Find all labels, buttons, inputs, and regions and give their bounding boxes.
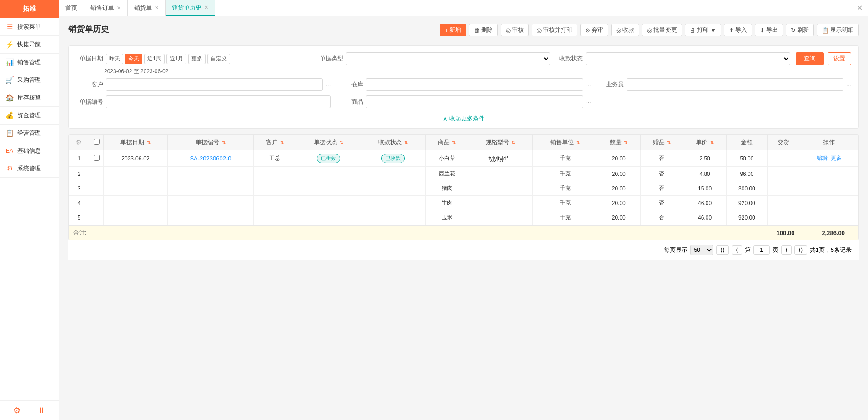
inventory-icon: 🏠	[5, 94, 14, 102]
print-button[interactable]: 🖨 打印 ▼	[685, 24, 721, 36]
cell-checkbox[interactable]	[90, 181, 103, 196]
col-payment-status[interactable]: 收款状态 ⇅	[361, 135, 426, 150]
cell-checkbox[interactable]	[90, 196, 103, 210]
tab-sales-history-close[interactable]: ✕	[204, 5, 208, 10]
table-row: 2 西兰花 千克 20.00 否 4.80 96.00	[69, 167, 858, 181]
sort-icon: ⇅	[710, 140, 714, 145]
col-qty[interactable]: 数量 ⇅	[597, 135, 640, 150]
warehouse-input[interactable]	[366, 78, 583, 91]
warehouse-dots-icon[interactable]: ···	[586, 81, 591, 88]
export-button[interactable]: ⬇ 导出	[755, 24, 783, 36]
salesperson-dots-icon[interactable]: ···	[846, 81, 851, 88]
action-link[interactable]: 编辑	[817, 155, 828, 161]
cell-qty: 20.00	[597, 196, 640, 210]
new-button[interactable]: + 新增	[440, 24, 467, 36]
sidebar-item-operations-mgmt[interactable]: 📋 经营管理	[0, 125, 59, 142]
customer-input[interactable]	[106, 78, 323, 91]
cell-checkbox[interactable]	[90, 210, 103, 225]
window-close-icon[interactable]: ✕	[851, 4, 868, 12]
select-all-checkbox[interactable]	[94, 139, 100, 145]
refresh-button[interactable]: ↻ 刷新	[786, 24, 814, 36]
abandon-icon: ⊗	[585, 27, 590, 34]
sidebar-item-capital-mgmt[interactable]: 💰 资金管理	[0, 107, 59, 125]
first-page-button[interactable]: ⟨⟨	[716, 245, 729, 255]
audit-icon: ◎	[506, 27, 511, 34]
date-yesterday[interactable]: 昨天	[106, 54, 123, 64]
row-checkbox[interactable]	[94, 155, 100, 161]
cell-customer	[253, 181, 296, 196]
cell-transaction	[767, 196, 799, 210]
date-custom[interactable]: 自定义	[207, 54, 230, 64]
next-page-button[interactable]: ⟩	[781, 245, 792, 255]
audit-label: 审核	[512, 26, 524, 34]
col-spec[interactable]: 规格型号 ⇅	[468, 135, 533, 150]
goods-input[interactable]	[366, 95, 583, 108]
date-7days[interactable]: 近1周	[144, 54, 165, 64]
audit-button[interactable]: ◎ 审核	[501, 24, 529, 36]
tab-home[interactable]: 首页	[59, 0, 84, 16]
date-more[interactable]: 更多	[188, 54, 206, 64]
cell-doc-status: 已生效	[296, 150, 361, 167]
sidebar-item-sales-mgmt[interactable]: 📊 销售管理	[0, 54, 59, 71]
collect-button[interactable]: ◎ 收款	[611, 24, 639, 36]
cell-doc-no	[168, 167, 253, 181]
date-1month[interactable]: 近1月	[166, 54, 187, 64]
collapse-button[interactable]: ∧ 收起更多条件	[76, 113, 851, 125]
col-doc-status[interactable]: 单据状态 ⇅	[296, 135, 361, 150]
delete-icon: 🗑	[474, 27, 480, 34]
col-price[interactable]: 单价 ⇅	[683, 135, 727, 150]
cell-checkbox[interactable]	[90, 150, 103, 167]
col-doc-no[interactable]: 单据编号 ⇅	[168, 135, 253, 150]
tab-sales-history[interactable]: 销货单历史 ✕	[166, 0, 215, 16]
sidebar-item-purchase-mgmt[interactable]: 🛒 采购管理	[0, 71, 59, 89]
tab-sales-goods[interactable]: 销货单 ✕	[128, 0, 166, 16]
doc-type-select[interactable]	[346, 52, 551, 65]
delete-button[interactable]: 🗑 删除	[469, 24, 498, 36]
col-goods[interactable]: 商品 ⇅	[425, 135, 468, 150]
abandon-button[interactable]: ⊗ 弃审	[580, 24, 608, 36]
cell-unit: 千克	[533, 210, 597, 225]
sidebar-pause-icon[interactable]: ⏸	[37, 406, 45, 415]
audit-print-button[interactable]: ◎ 审核并打印	[532, 24, 577, 36]
batch-change-button[interactable]: ◎ 批量变更	[642, 24, 682, 36]
date-today[interactable]: 今天	[125, 54, 142, 64]
goods-dots-icon[interactable]: ···	[586, 99, 591, 105]
settings-button[interactable]: 设置	[828, 52, 851, 65]
date-range-display: 2023-06-02 至 2023-06-02	[104, 68, 851, 75]
tab-sales-order-close[interactable]: ✕	[117, 5, 121, 11]
col-gift[interactable]: 赠品 ⇅	[640, 135, 683, 150]
col-qty-label: 数量	[610, 139, 622, 145]
customer-dots-icon[interactable]: ···	[326, 81, 331, 88]
col-doc-date[interactable]: 单据日期 ⇅	[103, 135, 168, 150]
sidebar-item-inventory[interactable]: 🏠 库存核算	[0, 89, 59, 107]
sidebar-item-basic-info[interactable]: EA 基础信息	[0, 142, 59, 160]
table-settings-icon[interactable]: ⚙	[76, 139, 82, 146]
sidebar-item-search-menu[interactable]: ☰ 搜索菜单	[0, 18, 59, 36]
collapse-up-icon: ∧	[443, 115, 447, 122]
filter-doc-type-field: 单据类型	[316, 52, 551, 65]
sidebar-item-sys-mgmt[interactable]: ⚙ 系统管理	[0, 160, 59, 178]
cell-checkbox[interactable]	[90, 167, 103, 181]
action-link[interactable]: 更多	[831, 155, 842, 161]
payment-status-select[interactable]	[586, 52, 790, 65]
col-unit[interactable]: 销售单位 ⇅	[533, 135, 597, 150]
docno-input[interactable]	[106, 95, 331, 108]
import-button[interactable]: ⬆ 导入	[724, 24, 752, 36]
col-gear[interactable]: ⚙	[69, 135, 90, 150]
query-button[interactable]: 查询	[796, 52, 824, 65]
tab-sales-order[interactable]: 销售订单 ✕	[84, 0, 128, 16]
filter-salesperson-field: 业务员 ···	[597, 78, 851, 91]
sidebar-settings-icon[interactable]: ⚙	[13, 405, 20, 415]
sidebar-item-quick-nav[interactable]: ⚡ 快捷导航	[0, 36, 59, 54]
salesperson-input[interactable]	[627, 78, 843, 91]
page-number-input[interactable]	[753, 245, 770, 255]
tab-sales-goods-close[interactable]: ✕	[155, 5, 159, 11]
doc-no-link[interactable]: SA-20230602-0	[190, 155, 231, 162]
cell-payment-status	[361, 196, 426, 210]
cell-amount: 920.00	[726, 196, 767, 210]
last-page-button[interactable]: ⟩⟩	[794, 245, 807, 255]
prev-page-button[interactable]: ⟨	[732, 245, 742, 255]
show-detail-button[interactable]: 📋 显示明细	[817, 24, 859, 36]
per-page-select[interactable]: 50 20 100	[690, 245, 713, 255]
col-customer[interactable]: 客户 ⇅	[253, 135, 296, 150]
